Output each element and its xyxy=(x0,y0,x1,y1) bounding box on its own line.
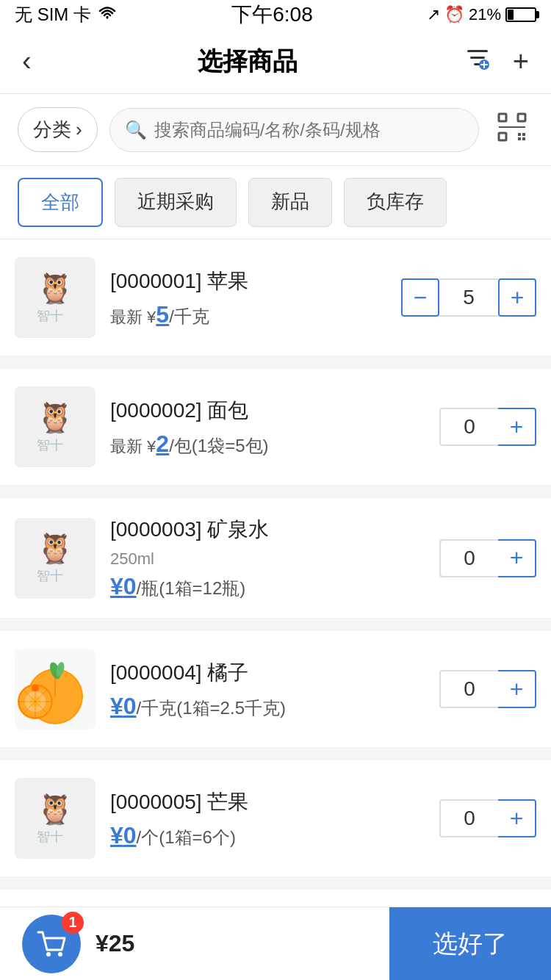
svg-rect-6 xyxy=(499,114,506,121)
product-name-2: [0000002] 面包 xyxy=(110,397,425,425)
product-price-2: 最新 ¥2/包(1袋=5包) xyxy=(110,430,425,458)
svg-rect-13 xyxy=(522,137,525,140)
increase-button-2[interactable]: + xyxy=(498,408,536,446)
product-name-5: [0000005] 芒果 xyxy=(110,788,425,816)
product-image-2: 🦉 智十 xyxy=(15,386,96,467)
product-image-1: 🦉 智十 xyxy=(15,257,96,338)
product-image-3: 🦉 智十 xyxy=(15,518,96,599)
list-item: 🦉 智十 [0000005] 芒果 ¥0/个(1箱=6个) + xyxy=(0,760,551,876)
search-box: 🔍 xyxy=(109,108,479,152)
svg-rect-0 xyxy=(467,50,488,52)
product-price-3: ¥0/瓶(1箱=12瓶) xyxy=(110,573,425,600)
qty-input-2[interactable] xyxy=(439,408,498,446)
cart-total: ¥25 xyxy=(96,930,134,957)
status-time: 下午6:08 xyxy=(231,1,313,29)
bottom-bar: 1 ¥25 选好了 xyxy=(0,907,551,980)
product-price-5: ¥0/个(1箱=6个) xyxy=(110,822,425,849)
list-item: [0000004] 橘子 ¥0/千克(1箱=2.5千克) + xyxy=(0,631,551,747)
svg-rect-1 xyxy=(470,57,485,59)
product-image-5: 🦉 智十 xyxy=(15,778,96,859)
status-left: 无 SIM 卡 xyxy=(15,3,118,26)
product-spec-3: 250ml xyxy=(110,550,425,569)
product-info-3: [0000003] 矿泉水 250ml ¥0/瓶(1箱=12瓶) xyxy=(110,516,425,600)
owl-icon: 🦉 xyxy=(37,792,73,826)
cart-badge: 1 xyxy=(62,912,84,934)
tab-all[interactable]: 全部 xyxy=(18,178,103,227)
product-controls-5: + xyxy=(439,799,536,837)
increase-button-1[interactable]: + xyxy=(498,278,536,317)
nav-bar: ‹ 选择商品 + xyxy=(0,29,551,94)
list-item: 🦉 智十 [0000003] 矿泉水 250ml ¥0/瓶(1箱=12瓶) + xyxy=(0,498,551,618)
svg-rect-7 xyxy=(518,114,525,121)
product-info-1: [0000001] 苹果 最新 ¥5/千克 xyxy=(110,267,386,328)
sim-indicator: 无 SIM 卡 xyxy=(15,3,91,26)
battery-icon xyxy=(505,7,536,22)
category-button[interactable]: 分类 › xyxy=(18,107,98,152)
svg-point-31 xyxy=(58,952,62,956)
qty-input-4[interactable] xyxy=(439,670,498,708)
location-icon: ↗ xyxy=(427,5,440,24)
scan-button[interactable] xyxy=(491,109,533,151)
product-info-4: [0000004] 橘子 ¥0/千克(1箱=2.5千克) xyxy=(110,659,425,720)
product-controls-3: + xyxy=(439,539,536,577)
toolbar: 分类 › 🔍 xyxy=(0,94,551,166)
product-controls-1: − + xyxy=(401,278,536,317)
product-controls-2: + xyxy=(439,408,536,446)
list-item: 🦉 智十 [0000001] 苹果 最新 ¥5/千克 − + xyxy=(0,239,551,356)
tab-recent[interactable]: 近期采购 xyxy=(115,178,237,227)
svg-rect-8 xyxy=(499,133,506,140)
increase-button-5[interactable]: + xyxy=(498,799,536,837)
increase-button-3[interactable]: + xyxy=(498,539,536,577)
product-info-5: [0000005] 芒果 ¥0/个(1箱=6个) xyxy=(110,788,425,849)
product-price-4: ¥0/千克(1箱=2.5千克) xyxy=(110,693,425,720)
confirm-button[interactable]: 选好了 xyxy=(389,907,551,981)
wifi-icon xyxy=(97,4,118,25)
increase-button-4[interactable]: + xyxy=(498,670,536,708)
status-bar: 无 SIM 卡 下午6:08 ↗ ⏰ 21% xyxy=(0,0,551,29)
add-button[interactable]: + xyxy=(513,46,529,77)
product-image-4 xyxy=(15,649,96,729)
product-controls-4: + xyxy=(439,670,536,708)
tab-negative[interactable]: 负库存 xyxy=(344,178,447,227)
tab-new[interactable]: 新品 xyxy=(248,178,332,227)
product-info-2: [0000002] 面包 最新 ¥2/包(1袋=5包) xyxy=(110,397,425,458)
battery-percent: 21% xyxy=(469,5,501,24)
status-right: ↗ ⏰ 21% xyxy=(427,5,536,24)
product-name-1: [0000001] 苹果 xyxy=(110,267,386,295)
back-button[interactable]: ‹ xyxy=(22,46,32,77)
page-title: 选择商品 xyxy=(198,45,298,79)
svg-rect-11 xyxy=(522,133,525,136)
list-item: 🦉 智十 [0000002] 面包 最新 ¥2/包(1袋=5包) + xyxy=(0,369,551,485)
product-name-4: [0000004] 橘子 xyxy=(110,659,425,687)
svg-point-30 xyxy=(46,952,51,956)
owl-icon: 🦉 xyxy=(37,531,73,566)
tab-bar: 全部 近期采购 新品 负库存 xyxy=(0,166,551,239)
product-list: 🦉 智十 [0000001] 苹果 最新 ¥5/千克 − + 🦉 智十 xyxy=(0,239,551,980)
qty-input-1[interactable] xyxy=(439,278,498,317)
owl-icon: 🦉 xyxy=(37,400,73,435)
search-icon: 🔍 xyxy=(125,120,147,140)
owl-icon: 🦉 xyxy=(37,271,73,306)
filter-icon[interactable] xyxy=(464,45,491,78)
alarm-icon: ⏰ xyxy=(444,5,464,24)
qty-input-3[interactable] xyxy=(439,539,498,577)
svg-rect-12 xyxy=(518,137,521,140)
decrease-button-1[interactable]: − xyxy=(401,278,439,317)
svg-rect-10 xyxy=(518,133,521,136)
product-price-1: 最新 ¥5/千克 xyxy=(110,301,386,328)
qty-input-5[interactable] xyxy=(439,799,498,837)
nav-actions: + xyxy=(464,45,529,78)
search-input[interactable] xyxy=(154,120,464,140)
cart-icon[interactable]: 1 xyxy=(22,915,81,973)
category-arrow: › xyxy=(76,118,82,141)
category-label: 分类 xyxy=(33,117,71,143)
product-name-3: [0000003] 矿泉水 xyxy=(110,516,425,544)
cart-section: 1 ¥25 xyxy=(0,915,389,973)
